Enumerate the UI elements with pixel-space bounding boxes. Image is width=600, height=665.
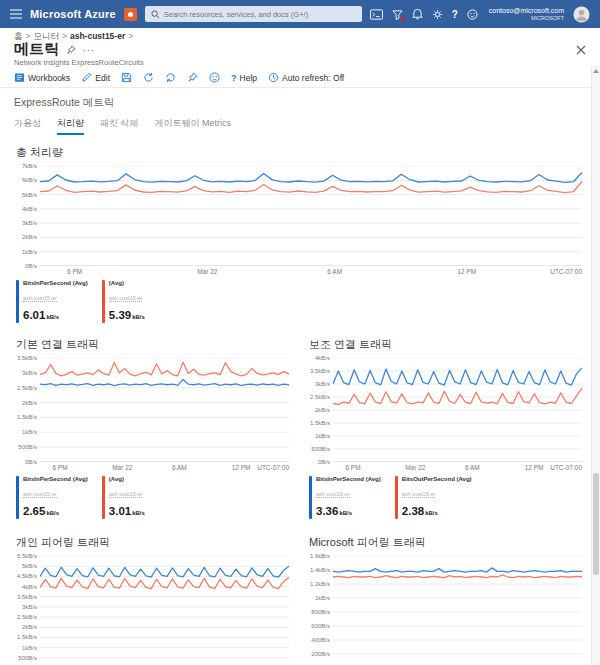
y-tick-label: 3kB/s	[22, 604, 37, 610]
share-button[interactable]	[165, 72, 176, 83]
legend-item[interactable]: BitsInPerSecond (Avg)ash-cust15-er6.01kB…	[16, 280, 88, 323]
chart-body: 1.6kB/s1.4kB/s1.2kB/s1kB/s800B/s600B/s40…	[307, 556, 582, 665]
chart-primary-connection-traffic: 기본 연결 트래픽3.5kB/s3kB/s2.5kB/s2kB/s1.5kB/s…	[14, 327, 289, 521]
y-tick-label: 2kB/s	[22, 400, 37, 406]
breadcrumb-resource[interactable]: ash-cust15-er	[70, 31, 125, 41]
legend-unit: kB/s	[132, 314, 145, 320]
save-button[interactable]	[121, 72, 132, 83]
y-tick-label: 4kB/s	[315, 355, 330, 361]
breadcrumb: 홈>모니터>ash-cust15-er>	[0, 28, 600, 41]
chart-body: 5.5kB/s5kB/s4.5kB/s4kB/s3.5kB/s3kB/s2.5k…	[14, 556, 289, 665]
filter-icon[interactable]	[392, 9, 403, 20]
scrollbar-thumb[interactable]	[593, 473, 599, 575]
chart-title: 기본 연결 트래픽	[16, 337, 289, 352]
legend-resource-name: ash-cust15-er	[109, 491, 143, 498]
y-tick-label: 3.5kB/s	[17, 594, 37, 600]
y-tick-label: 3kB/s	[315, 381, 330, 387]
hamburger-menu-icon[interactable]	[10, 9, 22, 19]
cloud-shell-icon[interactable]	[370, 9, 383, 20]
y-tick-label: 1kB/s	[315, 595, 330, 601]
brand-title[interactable]: Microsoft Azure	[30, 8, 116, 20]
legend-resource-name: ash-cust15-er	[316, 491, 350, 498]
legend-value-row: 3.01kB/s	[109, 501, 145, 519]
y-tick-label: 2kB/s	[22, 234, 37, 240]
legend-color-bar	[102, 476, 105, 519]
legend-item[interactable]: (Avg)ash-cust15-er5.39kB/s	[102, 280, 145, 323]
chart-title: 보조 연결 트래픽	[309, 337, 582, 352]
legend-unit: kB/s	[46, 510, 59, 516]
y-tick-label: 400B/s	[311, 637, 330, 643]
avatar[interactable]	[573, 6, 590, 23]
legend-resource-row: ash-cust15-er	[109, 482, 145, 500]
y-tick-label: 0B/s	[318, 459, 330, 465]
legend-text: BitsOutPerSecond (Avg)ash-cust15-er2.38k…	[402, 476, 472, 519]
legend-text: (Avg)ash-cust15-er5.39kB/s	[109, 280, 145, 323]
section-heading: ExpressRoute 메트릭	[14, 96, 582, 110]
y-tick-label: 1.5kB/s	[17, 414, 37, 420]
chart-body: 7kB/s6kB/s5kB/s4kB/s3kB/s2kB/s1kB/s0B/s	[14, 166, 582, 266]
legend-value: 3.36	[316, 505, 338, 517]
tab-availability[interactable]: 가용성	[14, 117, 41, 135]
legend-unit: kB/s	[339, 510, 352, 516]
legend-resource-row: ash-cust15-er	[109, 286, 145, 304]
gear-icon[interactable]	[432, 9, 443, 20]
scroll-up-icon[interactable]	[593, 69, 599, 73]
x-tick-label: 6 PM	[345, 464, 360, 471]
pin-to-dashboard-button[interactable]	[187, 72, 198, 83]
y-tick-label: 2kB/s	[315, 407, 330, 413]
bell-icon[interactable]	[412, 8, 423, 20]
feedback-button[interactable]	[209, 72, 220, 83]
y-tick-label: 1kB/s	[22, 645, 37, 651]
y-tick-label: 4.5kB/s	[17, 573, 37, 579]
tab-throughput[interactable]: 처리량	[57, 117, 84, 135]
orange-extension-icon	[124, 8, 137, 21]
chart-legend: BitsInPerSecond (Avg)ash-cust15-er6.01kB…	[16, 280, 582, 323]
global-search[interactable]	[145, 6, 362, 22]
search-input[interactable]	[164, 10, 356, 19]
legend-resource-row: ash-cust15-er	[402, 482, 472, 500]
legend-item[interactable]: (Avg)ash-cust15-er3.01kB/s	[102, 476, 145, 519]
chart-plot-area	[40, 166, 582, 266]
tab-packet-drops[interactable]: 패킷 삭제	[100, 117, 139, 135]
help-icon[interactable]: ?	[452, 9, 458, 20]
y-tick-label: 1.5kB/s	[17, 634, 37, 640]
tab-gateway-metrics[interactable]: 게이트웨이 Metrics	[155, 117, 232, 135]
legend-item[interactable]: BitsInPerSecond (Avg)ash-cust15-er2.65kB…	[16, 476, 88, 519]
vertical-scrollbar[interactable]	[591, 66, 600, 665]
workbooks-button[interactable]: Workbooks	[14, 72, 70, 83]
y-tick-label: 3kB/s	[22, 220, 37, 226]
pin-icon[interactable]	[66, 45, 76, 55]
more-options-icon[interactable]: ···	[83, 45, 95, 55]
auto-refresh-button[interactable]: Auto refresh: Off	[268, 72, 344, 83]
edit-button[interactable]: Edit	[81, 72, 110, 83]
legend-item[interactable]: BitsInPerSecond (Avg)ash-cust15-er3.36kB…	[309, 476, 381, 519]
chart-y-axis: 1.6kB/s1.4kB/s1.2kB/s1kB/s800B/s600B/s40…	[307, 556, 333, 665]
legend-text: BitsInPerSecond (Avg)ash-cust15-er2.65kB…	[23, 476, 88, 519]
legend-color-bar	[16, 280, 19, 323]
y-tick-label: 7kB/s	[22, 163, 37, 169]
chart-x-axis: 6 PMMar 226 AM12 PMUTC-07:00	[40, 266, 582, 276]
legend-value-row: 2.65kB/s	[23, 501, 88, 519]
y-tick-label: 2kB/s	[22, 624, 37, 630]
x-tick-label: 6 AM	[327, 268, 342, 275]
legend-resource-name: ash-cust15-er	[109, 295, 143, 302]
chart-y-axis: 3.5kB/s3kB/s2.5kB/s2kB/s1.5kB/s1kB/s500B…	[14, 358, 40, 462]
clock-icon	[268, 72, 279, 83]
help-button[interactable]: ? Help	[231, 73, 257, 83]
legend-value-row: 5.39kB/s	[109, 305, 145, 323]
account-info[interactable]: contoso@microsoft.com MICROSOFT	[489, 7, 564, 21]
legend-value: 2.38	[402, 505, 424, 517]
y-tick-label: 1.2kB/s	[310, 581, 330, 587]
series-line	[40, 172, 582, 182]
notification-badge	[401, 17, 405, 21]
chart-secondary-connection-traffic: 보조 연결 트래픽4kB/s3.5kB/s3kB/s2.5kB/s2kB/s1.…	[307, 327, 582, 521]
y-tick-label: 500B/s	[18, 655, 37, 661]
x-tick-label: 6 PM	[67, 268, 82, 275]
y-tick-label: 2.5kB/s	[17, 614, 37, 620]
refresh-button[interactable]	[143, 72, 154, 83]
legend-item[interactable]: BitsOutPerSecond (Avg)ash-cust15-er2.38k…	[395, 476, 472, 519]
close-icon[interactable]	[576, 45, 586, 55]
y-tick-label: 800B/s	[311, 609, 330, 615]
feedback-smiley-icon[interactable]	[467, 9, 478, 20]
pencil-icon	[81, 72, 92, 83]
